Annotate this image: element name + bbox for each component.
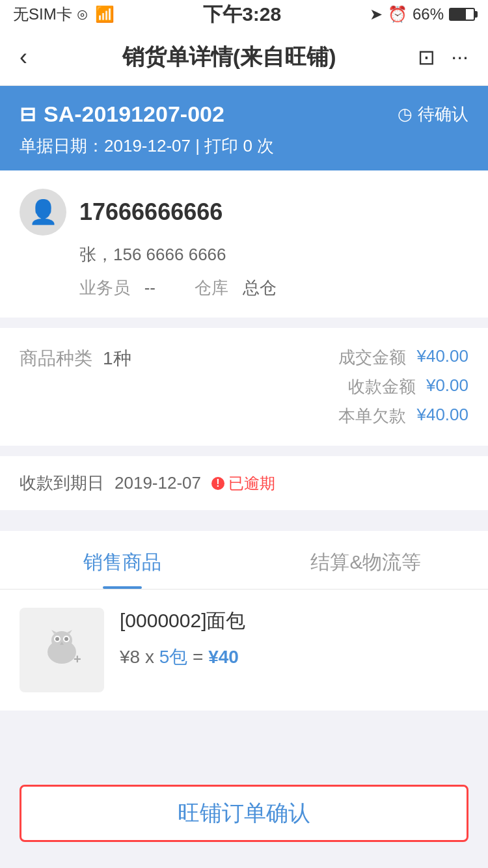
order-id: ⊟ SA-20191207-002 [20,102,224,127]
warehouse-value: 总仓 [243,278,277,297]
sim-label: 无SIM卡 ⊙ [13,4,88,25]
customer-meta: 业务员 -- 仓库 总仓 [20,277,468,299]
deal-amount-value: ¥40.00 [416,346,468,369]
divider-1 [0,521,488,531]
bottom-action-area: 旺铺订单确认 [0,772,488,868]
battery-percent: 66% [413,5,444,23]
product-item: + [0000002]面包 ¥8 x 5包 = ¥40 [20,608,468,692]
battery-icon [449,8,475,21]
wifi-icon: 📶 [95,5,115,23]
status-text: 待确认 [418,103,468,126]
order-header: ⊟ SA-20191207-002 ◷ 待确认 单据日期：2019-12-07 … [0,86,488,170]
status-bar: 无SIM卡 ⊙ 📶 下午3:28 ➤ ⏰ 66% [0,0,488,29]
status-time: 下午3:28 [203,1,281,28]
tab-settlement-label: 结算&物流等 [310,551,421,573]
product-thumbnail: + [20,608,104,692]
order-status: ◷ 待确认 [398,103,468,126]
salesman-label: 业务员 -- [79,277,156,299]
alarm-icon: ⏰ [388,5,407,23]
due-section: 收款到期日 2019-12-07 ! 已逾期 [0,456,488,510]
order-id-icon: ⊟ [20,103,36,126]
confirm-button[interactable]: 旺铺订单确认 [20,785,468,842]
warehouse-row: 仓库 总仓 [195,277,277,299]
status-right: ➤ ⏰ 66% [370,5,475,23]
summary-section: 商品种类 1种 成交金额 ¥40.00 收款金额 ¥0.00 本单欠款 ¥40.… [0,328,488,446]
overdue-badge: ! 已逾期 [211,473,275,494]
svg-point-5 [64,637,68,641]
product-details: [0000002]面包 ¥8 x 5包 = ¥40 [120,608,468,670]
amounts: 成交金额 ¥40.00 收款金额 ¥0.00 本单欠款 ¥40.00 [338,346,468,427]
due-label: 收款到期日 [20,472,104,495]
product-thumb-logo: + [36,627,88,673]
avatar-icon: 👤 [29,198,58,226]
nav-actions: ⊡ ··· [418,45,468,70]
avatar: 👤 [20,189,66,236]
tab-sales-product[interactable]: 销售商品 [0,531,244,589]
overdue-icon: ! [211,477,224,490]
product-type-label: 商品种类 [20,346,92,371]
product-total: ¥40 [208,647,239,667]
page-title: 销货单详情(来自旺铺) [40,42,418,72]
owe-amount-value: ¥40.00 [416,405,468,427]
back-button[interactable]: ‹ [20,44,40,71]
unit-price: ¥8 [120,647,140,667]
owe-amount-label: 本单欠款 [338,405,406,427]
nav-bar: ‹ 销货单详情(来自旺铺) ⊡ ··· [0,29,488,86]
deal-amount-row: 成交金额 ¥40.00 [338,346,468,369]
multiply-x: x [145,647,154,667]
svg-point-4 [55,637,59,641]
deal-amount-label: 成交金额 [338,346,406,369]
receipt-amount-row: 收款金额 ¥0.00 [348,375,468,398]
export-button[interactable]: ⊡ [418,45,435,70]
svg-text:+: + [74,652,81,666]
product-name: [0000002]面包 [120,608,468,634]
tabs-container: 销售商品 结算&物流等 [0,531,488,590]
product-type-value: 1种 [103,346,131,371]
product-qty: 5包 [159,647,188,667]
salesman-value: -- [144,278,156,297]
location-icon: ➤ [370,5,383,23]
status-left: 无SIM卡 ⊙ 📶 [13,4,115,25]
overdue-text: 已逾期 [228,473,275,494]
receipt-amount-value: ¥0.00 [426,375,468,398]
product-section: + [0000002]面包 ¥8 x 5包 = ¥40 [0,590,488,711]
salesman-label-text: 业务员 [79,278,130,297]
due-date-value: 2019-12-07 [115,473,201,493]
order-id-text: SA-20191207-002 [44,102,224,127]
tab-settlement[interactable]: 结算&物流等 [244,531,488,589]
more-button[interactable]: ··· [451,45,468,69]
status-clock-icon: ◷ [398,104,413,124]
receipt-amount-label: 收款金额 [348,375,416,398]
warehouse-label-text: 仓库 [195,278,228,297]
order-date: 单据日期：2019-12-07 | 打印 0 次 [20,135,468,157]
confirm-button-label: 旺铺订单确认 [178,798,310,828]
product-price: ¥8 x 5包 = ¥40 [120,645,468,670]
customer-section: 👤 17666666666 张，156 6666 6666 业务员 -- 仓库 … [0,170,488,318]
owe-amount-row: 本单欠款 ¥40.00 [338,405,468,427]
tab-sales-label: 销售商品 [83,551,161,573]
product-type: 商品种类 1种 [20,346,338,371]
customer-name: 张，156 6666 6666 [20,243,468,266]
customer-phone: 17666666666 [79,198,223,226]
equals: = [193,647,203,667]
